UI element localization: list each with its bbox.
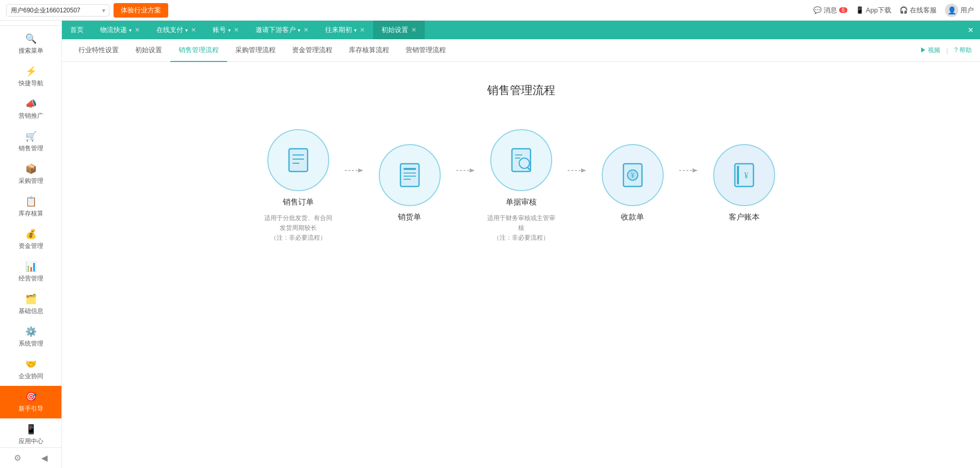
sub-tab-inventory-flow[interactable]: 库存核算流程 — [341, 39, 397, 62]
sub-tabs: 行业特性设置 初始设置 销售管理流程 采购管理流程 资金管理流程 库存核算流程 … — [62, 39, 980, 62]
period-close[interactable]: ✕ — [360, 26, 365, 34]
settings-bottom-icon[interactable]: ⚙ — [14, 453, 21, 463]
help-action[interactable]: ? 帮助 — [954, 46, 972, 55]
top-bar-right: 💬 消息 6 📱 App下载 🎧 在线客服 👤 用户 — [813, 4, 974, 17]
sidebar-item-label: 基础信息 — [19, 307, 43, 316]
nav-tab-invite[interactable]: 邀请下游客户 ▾ ✕ — [247, 21, 317, 39]
nav-tab-account[interactable]: 账号 ▾ ✕ — [204, 21, 247, 39]
sidebar-item-inventory[interactable]: 📋 库存核算 — [0, 191, 61, 223]
invite-close[interactable]: ✕ — [303, 26, 309, 34]
account-book-icon: ¥ — [730, 161, 759, 190]
invite-tab-label: 邀请下游客户 — [255, 25, 296, 35]
step-title-account: 客户账本 — [729, 212, 760, 222]
step-title-receipt: 收款单 — [621, 212, 644, 222]
flow-circle-receipt: ¥ — [602, 144, 664, 206]
sidebar-item-label: 应用中心 — [19, 437, 43, 446]
logistics-close[interactable]: ✕ — [135, 26, 140, 34]
sub-tab-sales-flow[interactable]: 销售管理流程 — [170, 39, 227, 62]
sidebar-item-label: 系统管理 — [19, 339, 43, 348]
chart-icon: 📊 — [25, 261, 37, 272]
lightning-icon: ⚡ — [25, 66, 37, 77]
nav-tab-period[interactable]: 往来期初 ▾ ✕ — [317, 21, 373, 39]
payment-close[interactable]: ✕ — [191, 26, 196, 34]
account-close[interactable]: ✕ — [234, 26, 239, 34]
logistics-tab-label: 物流快递 — [100, 25, 127, 35]
app-download-label: App下载 — [866, 6, 891, 15]
marketing-icon: 📣 — [25, 98, 37, 110]
sidebar-bottom: ⚙ ◀ — [0, 447, 61, 468]
sub-tab-industry[interactable]: 行业特性设置 — [70, 39, 127, 62]
experience-button[interactable]: 体验行业方案 — [114, 3, 168, 18]
message-label: 消息 — [824, 6, 837, 15]
top-bar: 用户690企业1660120507 体验行业方案 💬 消息 6 📱 App下载 … — [0, 0, 980, 21]
user-select[interactable]: 用户690企业1660120507 — [6, 4, 109, 17]
close-all-tabs[interactable]: ✕ — [961, 21, 980, 39]
nav-tab-payment[interactable]: 在线支付 ▾ ✕ — [148, 21, 204, 39]
sidebar-item-basic[interactable]: 🗂️ 基础信息 — [0, 288, 61, 321]
flow-step-invoice: 销货单 — [368, 144, 451, 228]
sidebar-item-enterprise[interactable]: 🤝 企业协同 — [0, 353, 61, 386]
user-item[interactable]: 👤 用户 — [945, 4, 974, 17]
flow-step-receipt: ¥ 收款单 — [591, 144, 674, 228]
app-download-item[interactable]: 📱 App下载 — [856, 6, 891, 15]
message-icon: 💬 — [813, 6, 822, 14]
main-wrapper: 首页 物流快递 ▾ ✕ 在线支付 ▾ ✕ 账号 ▾ ✕ 邀请下游客户 ▾ ✕ 往… — [62, 21, 980, 468]
page-title: 销售管理流程 — [93, 83, 949, 98]
flow-step-sales-order: 销售订单 适用于分批发货、有合同发货周期较长（注：非必要流程） — [257, 129, 340, 243]
sub-tab-finance-flow[interactable]: 资金管理流程 — [284, 39, 341, 62]
account-tab-label: 账号 — [213, 25, 226, 35]
svg-rect-0 — [289, 149, 308, 171]
sidebar-item-quicknav[interactable]: ⚡ 快捷导航 — [0, 60, 61, 93]
sidebar-item-purchase[interactable]: 📦 采购管理 — [0, 158, 61, 191]
page-content: 销售管理流程 销售订单 适用于分批发货、有合同发货周期较长（注：非必要流程） — [62, 62, 980, 468]
sub-tab-purchase-flow[interactable]: 采购管理流程 — [227, 39, 284, 62]
period-tab-label: 往来期初 — [325, 25, 352, 35]
sidebar-item-label: 资金管理 — [19, 242, 43, 251]
sub-tab-init[interactable]: 初始设置 — [127, 39, 170, 62]
video-action[interactable]: ▶ 视频 — [920, 46, 940, 55]
nav-tabs-bar: 首页 物流快递 ▾ ✕ 在线支付 ▾ ✕ 账号 ▾ ✕ 邀请下游客户 ▾ ✕ 往… — [62, 21, 980, 39]
step-title-invoice: 销货单 — [398, 212, 421, 222]
online-service-item[interactable]: 🎧 在线客服 — [899, 6, 937, 15]
sales-order-icon — [284, 146, 313, 175]
approval-icon — [507, 146, 536, 175]
app-icon: 📱 — [856, 6, 864, 14]
svg-marker-12 — [470, 168, 475, 173]
arrow-icon-1 — [344, 165, 364, 176]
avatar: 👤 — [945, 4, 958, 17]
sidebar-item-system[interactable]: ⚙️ 系统管理 — [0, 321, 61, 353]
clipboard-icon: 📋 — [25, 196, 37, 207]
message-item[interactable]: 💬 消息 6 — [813, 6, 847, 15]
sidebar-item-newguide[interactable]: 🎯 新手引导 — [0, 386, 61, 418]
flow-step-account: ¥ 客户账本 — [703, 144, 785, 228]
sidebar-item-finance[interactable]: 💰 资金管理 — [0, 223, 61, 256]
money-icon: 💰 — [25, 228, 37, 240]
svg-text:¥: ¥ — [744, 171, 748, 180]
period-chevron: ▾ — [354, 27, 357, 33]
nav-tab-home[interactable]: 首页 — [62, 21, 92, 39]
user-select-wrap[interactable]: 用户690企业1660120507 — [6, 4, 109, 17]
nav-tab-setup[interactable]: 初始设置 ✕ — [373, 21, 425, 39]
account-chevron: ▾ — [228, 27, 231, 33]
sub-tab-marketing-flow[interactable]: 营销管理流程 — [397, 39, 454, 62]
payment-chevron: ▾ — [185, 27, 188, 33]
flow-circle-sales-order — [267, 129, 329, 191]
sidebar-item-sales[interactable]: 🛒 销售管理 — [0, 126, 61, 158]
flow-diagram: 销售订单 适用于分批发货、有合同发货周期较长（注：非必要流程） — [93, 129, 949, 243]
receipt-icon: ¥ — [618, 161, 647, 190]
sidebar-item-label: 新手引导 — [19, 404, 43, 413]
sidebar-item-search[interactable]: 🔍 搜索菜单 — [0, 28, 61, 60]
logistics-chevron: ▾ — [129, 27, 132, 33]
sidebar-item-label: 快捷导航 — [19, 79, 43, 88]
step-desc-sales-order: 适用于分批发货、有合同发货周期较长（注：非必要流程） — [262, 213, 334, 243]
collapse-icon[interactable]: ◀ — [41, 453, 47, 463]
nav-tab-logistics[interactable]: 物流快递 ▾ ✕ — [92, 21, 148, 39]
divider: | — [946, 47, 948, 54]
setup-close[interactable]: ✕ — [411, 26, 416, 34]
sidebar-item-marketing[interactable]: 📣 营销推广 — [0, 93, 61, 126]
svg-marker-19 — [581, 168, 586, 173]
sidebar-item-operation[interactable]: 📊 经营管理 — [0, 256, 61, 288]
setup-tab-label: 初始设置 — [381, 25, 408, 35]
box-icon: 📦 — [25, 163, 37, 175]
sidebar-item-appcenter[interactable]: 📱 应用中心 — [0, 418, 61, 447]
